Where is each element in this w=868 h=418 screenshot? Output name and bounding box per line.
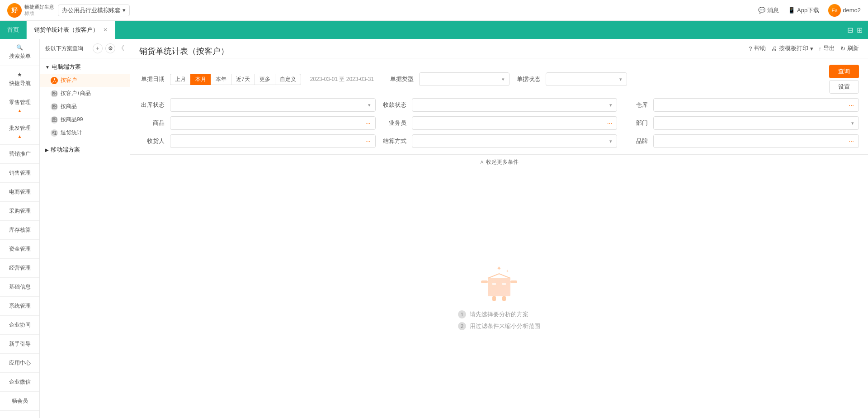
chevron-receipt-icon: ▾ xyxy=(609,102,612,108)
date-range-display: 2023-03-01 至 2023-03-31 xyxy=(310,76,374,83)
export-btn[interactable]: ↑ 导出 xyxy=(819,44,835,52)
sidebar-label-basic: 基础信息 xyxy=(9,283,31,291)
out-status-control[interactable]: ▾ xyxy=(170,98,376,112)
svg-rect-5 xyxy=(481,280,488,283)
export-label: 导出 xyxy=(823,44,835,52)
department-control[interactable]: ▾ xyxy=(653,116,859,130)
date-last-month-btn[interactable]: 上月 xyxy=(170,74,190,85)
sidebar-item-operation[interactable]: 经营管理 xyxy=(0,259,39,278)
goods-control[interactable]: ··· xyxy=(170,116,376,130)
left-panel-title: 按以下方案查询 xyxy=(45,45,83,52)
sidebar-item-marketing[interactable]: 营销推广 xyxy=(0,145,39,164)
settings-button[interactable]: 设置 xyxy=(829,80,859,94)
sidebar-item-inventory[interactable]: 库存核算 xyxy=(0,221,39,240)
scheme-icon-goods99: 图 xyxy=(51,116,58,124)
user-menu[interactable]: Ea demo2 xyxy=(828,4,861,17)
triangle-right-icon: ▶ xyxy=(45,147,49,152)
minimize-icon[interactable]: ⊟ xyxy=(847,26,853,34)
sidebar-label-purchase: 采购管理 xyxy=(9,207,31,215)
help-icon: ? xyxy=(749,45,752,52)
tab-bar: 首页 销货单统计表（按客户） ✕ ⊟ ⊞ xyxy=(0,21,868,39)
page-actions: ? 帮助 🖨 按模板打印 ▾ ↑ 导出 ↻ 刷新 xyxy=(749,44,859,58)
help-btn[interactable]: ? 帮助 xyxy=(749,44,765,52)
tip-num-1: 1 xyxy=(458,310,466,318)
message-btn[interactable]: 💬 消息 xyxy=(758,6,779,14)
receipt-status-control[interactable]: ▾ xyxy=(412,98,618,112)
add-scheme-btn[interactable]: + xyxy=(93,43,103,53)
date-this-month-btn[interactable]: 本月 xyxy=(190,74,211,85)
scheme-item-return-stats[interactable]: 柱 退货统计 xyxy=(40,126,130,139)
tip-label-2: 用过滤条件来缩小分析范围 xyxy=(470,322,540,330)
salesperson-control[interactable]: ··· xyxy=(412,116,618,130)
collapse-panel-btn[interactable]: 《 xyxy=(118,44,124,52)
tab-home[interactable]: 首页 xyxy=(0,21,27,39)
sidebar-label-finance: 资金管理 xyxy=(9,245,31,253)
scheme-item-by-goods[interactable]: 图 按商品 xyxy=(40,100,130,113)
settlement-control[interactable]: ▾ xyxy=(412,134,618,148)
sidebar-label-inventory: 库存核算 xyxy=(9,226,31,234)
arrow-up-icon2: ▲ xyxy=(18,134,22,139)
sidebar-item-appcenter[interactable]: 应用中心 xyxy=(0,354,39,373)
settings-scheme-btn[interactable]: ⚙ xyxy=(105,43,115,53)
collapse-more-btn[interactable]: ∧ 收起更多条件 xyxy=(130,155,868,170)
dots-goods-icon: ··· xyxy=(365,119,371,127)
date-more-btn[interactable]: 更多 xyxy=(255,74,275,85)
sidebar-item-basic[interactable]: 基础信息 xyxy=(0,278,39,297)
scheme-group-mobile-label: 移动端方案 xyxy=(51,146,80,154)
sidebar-item-ecommerce[interactable]: 电商管理 xyxy=(0,183,39,202)
refresh-btn[interactable]: ↻ 刷新 xyxy=(840,44,859,52)
sidebar-item-purchase[interactable]: 采购管理 xyxy=(0,202,39,221)
receiver-control[interactable]: ··· xyxy=(170,134,376,148)
goods-label: 商品 xyxy=(139,119,165,127)
industry-selector[interactable]: 办公用品行业模拟账套 ▾ xyxy=(58,5,130,16)
scheme-item-by-customer[interactable]: 人 按客户 xyxy=(40,74,130,87)
date-custom-btn[interactable]: 自定义 xyxy=(275,74,301,85)
scheme-label-by-goods: 按商品 xyxy=(61,103,77,110)
sidebar-item-retail[interactable]: 零售管理 ▲ xyxy=(0,93,39,119)
dots-brand-icon: ··· xyxy=(849,138,854,145)
empty-tip-1: 1 请先选择要分析的方案 xyxy=(458,310,540,318)
print-template-btn[interactable]: 🖨 按模板打印 ▾ xyxy=(771,44,813,52)
scheme-group-desktop: ▼ 电脑端方案 人 按客户 图 按客户+商品 图 按商品 图 按商品99 xyxy=(40,58,130,141)
doc-status-control[interactable]: ▾ xyxy=(546,72,627,86)
scheme-item-by-goods-99[interactable]: 图 按商品99 xyxy=(40,113,130,126)
scheme-group-desktop-header[interactable]: ▼ 电脑端方案 xyxy=(40,60,130,74)
sidebar-item-member[interactable]: 畅会员 xyxy=(0,392,39,411)
filter-row-3: 商品 ··· 业务员 ··· 部门 ▾ xyxy=(139,116,859,130)
sidebar-item-newbie[interactable]: 新手引导 xyxy=(0,335,39,354)
print-label: 按模板打印 xyxy=(779,44,808,52)
logo-area: 好 畅捷通好生意 标版 xyxy=(7,3,54,18)
industry-label: 办公用品行业模拟账套 xyxy=(62,6,121,14)
maximize-icon[interactable]: ⊞ xyxy=(857,26,863,34)
date-label: 单据日期 xyxy=(139,75,165,83)
top-header: 好 畅捷通好生意 标版 办公用品行业模拟账套 ▾ 💬 消息 📱 App下载 Ea… xyxy=(0,0,868,21)
sidebar-item-system[interactable]: 系统管理 xyxy=(0,297,39,316)
sidebar-label-retail: 零售管理 xyxy=(9,99,31,106)
sidebar-item-wholesale[interactable]: 批发管理 ▲ xyxy=(0,119,39,145)
refresh-icon: ↻ xyxy=(840,45,845,52)
sidebar-item-enterprise[interactable]: 企业协同 xyxy=(0,316,39,335)
sidebar-item-finance[interactable]: 资金管理 xyxy=(0,240,39,259)
collapse-label: ∧ 收起更多条件 xyxy=(480,159,518,165)
scheme-group-mobile-header[interactable]: ▶ 移动端方案 xyxy=(40,143,130,157)
brand-control[interactable]: ··· xyxy=(653,134,859,148)
doc-type-label: 单据类型 xyxy=(388,75,414,83)
scheme-item-by-customer-goods[interactable]: 图 按客户+商品 xyxy=(40,87,130,100)
app-download-btn[interactable]: 📱 App下载 xyxy=(788,6,819,14)
sidebar-shortcut[interactable]: ★ 快捷导航 xyxy=(0,66,39,93)
tab-sales-summary[interactable]: 销货单统计表（按客户） ✕ xyxy=(27,21,115,39)
query-button[interactable]: 查询 xyxy=(829,65,859,78)
date-7days-btn[interactable]: 近7天 xyxy=(231,74,255,85)
page-header: 销货单统计表（按客户） ? 帮助 🖨 按模板打印 ▾ ↑ 导出 xyxy=(130,39,868,58)
export-icon: ↑ xyxy=(819,45,822,52)
date-this-year-btn[interactable]: 本年 xyxy=(211,74,231,85)
empty-tips: 1 请先选择要分析的方案 2 用过滤条件来缩小分析范围 xyxy=(458,310,540,330)
doc-type-control[interactable]: ▾ xyxy=(419,72,509,86)
sidebar-item-wechat[interactable]: 企业微信 xyxy=(0,373,39,392)
sidebar-item-sales[interactable]: 销售管理 xyxy=(0,164,39,183)
filter-row-2: 出库状态 ▾ 收款状态 ▾ 仓库 ··· xyxy=(139,98,859,112)
close-tab-icon[interactable]: ✕ xyxy=(103,27,108,33)
chevron-print-icon: ▾ xyxy=(810,45,813,52)
warehouse-control[interactable]: ··· xyxy=(653,98,859,112)
sidebar-search[interactable]: 🔍 搜索菜单 xyxy=(0,39,39,66)
